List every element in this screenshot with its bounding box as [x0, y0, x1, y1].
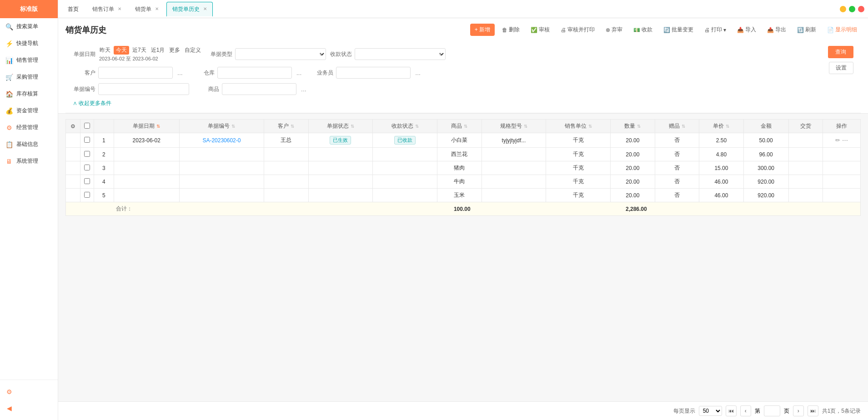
table-header: ⚙ 单据日期 ⇅ 单据编号 ⇅	[66, 120, 861, 133]
row-checkbox[interactable]	[84, 192, 90, 198]
tab-sales-delivery-close[interactable]: ✕	[155, 7, 159, 11]
review-print-button[interactable]: 🖨 审核并打印	[557, 24, 598, 35]
select-all-checkbox[interactable]	[84, 123, 90, 129]
sidebar-item-inventory[interactable]: 🏠 库存核算	[0, 85, 58, 102]
warehouse-input[interactable]	[217, 67, 292, 79]
show-detail-button[interactable]: 📄 显示明细	[823, 24, 861, 35]
goods-input[interactable]	[222, 83, 296, 95]
cell-check[interactable]	[80, 148, 94, 161]
cell-check[interactable]	[80, 161, 94, 175]
shortcut-1month[interactable]: 近1月	[150, 46, 166, 55]
sidebar-item-quick-nav[interactable]: ⚡ 快捷导航	[0, 35, 58, 52]
goods-select-button[interactable]: ...	[299, 85, 308, 93]
review-button[interactable]: ✅ 审核	[527, 24, 553, 35]
batch-change-button[interactable]: 🔄 批量变更	[660, 24, 697, 35]
col-price[interactable]: 单价 ⇅	[699, 120, 744, 133]
collect-status-select[interactable]	[355, 48, 446, 60]
sidebar-item-ops-mgmt[interactable]: ⚙ 经营管理	[0, 119, 58, 136]
sidebar-item-basic-info[interactable]: 📋 基础信息	[0, 136, 58, 153]
cell-delivery	[788, 133, 823, 148]
col-unit[interactable]: 销售单位 ⇅	[546, 120, 611, 133]
collapse-button[interactable]: ∧ 收起更多条件	[73, 100, 821, 107]
shortcut-7days[interactable]: 近7天	[131, 46, 148, 55]
unit-sort-icon: ⇅	[588, 124, 592, 129]
col-docno[interactable]: 单据编号 ⇅	[179, 120, 264, 133]
col-spec[interactable]: 规格型号 ⇅	[482, 120, 546, 133]
tab-sales-history-label: 销货单历史	[172, 5, 200, 13]
cell-customer	[264, 175, 308, 189]
shortcut-more[interactable]: 更多	[168, 46, 181, 55]
col-gear[interactable]: ⚙	[66, 120, 80, 133]
sidebar-item-collapse[interactable]: ◀	[0, 400, 58, 416]
col-collect-status[interactable]: 收款状态 ⇅	[373, 120, 437, 133]
filter-row-3: 单据编号 商品 ...	[73, 83, 821, 95]
tab-sales-history-close[interactable]: ✕	[203, 7, 207, 11]
cell-check[interactable]	[80, 189, 94, 202]
prev-page-button[interactable]: ‹	[740, 405, 751, 416]
date-sort-icon: ⇅	[156, 124, 160, 129]
row-checkbox[interactable]	[84, 165, 90, 170]
filter-group-doctype: 单据类型 ▾	[210, 48, 322, 60]
col-date[interactable]: 单据日期 ⇅	[114, 120, 179, 133]
doc-no-link[interactable]: SA-20230602-0	[202, 137, 241, 144]
col-qty[interactable]: 数量 ⇅	[611, 120, 655, 133]
collect-button[interactable]: 💵 收款	[630, 24, 656, 35]
edit-action-button[interactable]: ✏	[835, 137, 840, 144]
col-check[interactable]	[80, 120, 94, 133]
shortcut-custom[interactable]: 自定义	[183, 46, 202, 55]
refresh-button[interactable]: 🔃 刷新	[793, 24, 820, 35]
col-doc-status[interactable]: 单据状态 ⇅	[308, 120, 373, 133]
cell-check[interactable]	[80, 133, 94, 148]
tab-sales-order-close[interactable]: ✕	[118, 7, 121, 11]
sidebar-item-fund-mgmt[interactable]: 💰 资金管理	[0, 102, 58, 119]
sidebar-item-settings[interactable]: ⚙	[0, 384, 58, 400]
maximize-button[interactable]	[849, 6, 855, 12]
row-checkbox[interactable]	[84, 151, 90, 157]
export-button[interactable]: 📤 导出	[763, 24, 790, 35]
col-gift[interactable]: 赠品 ⇅	[655, 120, 699, 133]
close-button[interactable]	[858, 6, 864, 12]
tab-sales-history[interactable]: 销货单历史 ✕	[166, 2, 213, 16]
filter-group-staff: 业务员 ...	[311, 67, 422, 79]
total-label: 合计：	[70, 205, 138, 213]
sidebar-item-purchase-mgmt[interactable]: 🛒 采购管理	[0, 69, 58, 85]
print-button[interactable]: 🖨 打印 ▾	[701, 24, 730, 35]
new-button[interactable]: + 新增	[470, 24, 495, 36]
row-checkbox[interactable]	[84, 137, 90, 143]
abandon-button[interactable]: ⊗ 弃审	[602, 24, 626, 35]
doctype-select[interactable]	[235, 48, 326, 60]
minimize-button[interactable]	[840, 6, 846, 12]
page-size-select[interactable]: 50 100 200	[699, 406, 722, 416]
last-page-button[interactable]: ⏭	[808, 405, 818, 416]
sidebar-item-sys-mgmt[interactable]: 🖥 系统管理	[0, 153, 58, 170]
staff-input[interactable]	[336, 67, 411, 79]
warehouse-select-button[interactable]: ...	[295, 69, 304, 76]
staff-select-button[interactable]: ...	[413, 69, 422, 76]
filter-group-warehouse: 仓库 ...	[192, 67, 304, 79]
delete-button[interactable]: 🗑 删除	[498, 24, 523, 35]
sidebar-item-sales-mgmt[interactable]: 📊 销售管理	[0, 52, 58, 69]
cell-gear	[66, 189, 80, 202]
gift-sort-icon: ⇅	[682, 124, 685, 129]
docno-input[interactable]	[98, 83, 189, 95]
col-goods[interactable]: 商品 ⇅	[437, 120, 482, 133]
page-number-input[interactable]: 1	[764, 405, 780, 416]
more-action-button[interactable]: ⋯	[842, 137, 848, 144]
row-checkbox[interactable]	[84, 178, 90, 184]
customer-select-button[interactable]: ...	[176, 69, 185, 76]
set-button[interactable]: 设置	[829, 62, 853, 74]
next-page-button[interactable]: ›	[793, 405, 804, 416]
tab-sales-delivery[interactable]: 销货单 ✕	[129, 2, 165, 16]
first-page-button[interactable]: ⏮	[726, 405, 737, 416]
tab-home[interactable]: 首页	[62, 2, 85, 16]
shortcut-yesterday[interactable]: 昨天	[98, 46, 112, 55]
cell-check[interactable]	[80, 175, 94, 189]
sidebar-item-search-menu[interactable]: 🔍 搜索菜单	[0, 18, 58, 35]
cell-gift: 否	[655, 175, 699, 189]
col-customer[interactable]: 客户 ⇅	[264, 120, 308, 133]
customer-input[interactable]	[98, 67, 173, 79]
import-button[interactable]: 📥 导入	[733, 24, 760, 35]
shortcut-today[interactable]: 今天	[114, 46, 129, 55]
query-button[interactable]: 查询	[828, 46, 853, 58]
tab-sales-order[interactable]: 销售订单 ✕	[86, 2, 127, 16]
